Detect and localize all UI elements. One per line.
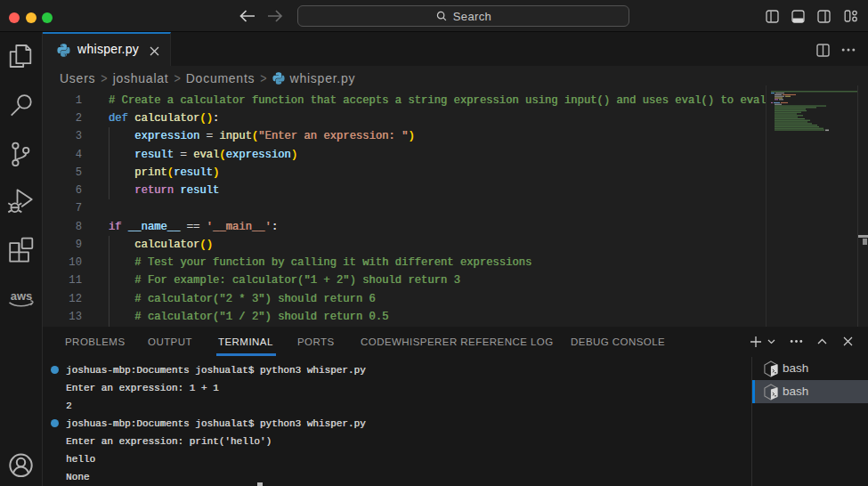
svg-text:aws: aws (11, 289, 33, 303)
